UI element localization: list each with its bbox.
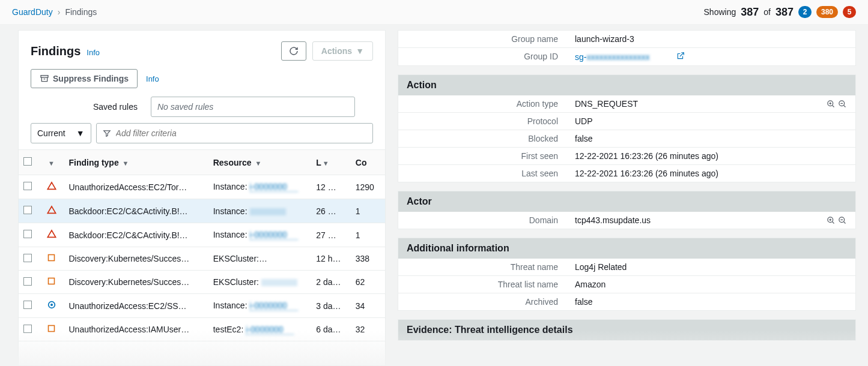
resource-link[interactable]: i-0000000 bbox=[261, 254, 309, 264]
col-resource[interactable]: Resource bbox=[213, 158, 252, 167]
table-row[interactable]: Discovery:Kubernetes/Succes…EKSCluster:2… bbox=[19, 271, 385, 294]
last-seen-label: Last seen bbox=[398, 165, 566, 182]
saved-rules-select[interactable]: No saved rules bbox=[151, 97, 355, 117]
evidence-section: Evidence: Threat intelligence details bbox=[398, 319, 856, 341]
zoom-in-icon[interactable] bbox=[827, 216, 836, 225]
time-range-select[interactable]: Current ▼ bbox=[31, 123, 91, 143]
count-cell: 1 bbox=[351, 223, 385, 247]
actions-label: Actions bbox=[321, 46, 352, 56]
zoom-out-icon[interactable] bbox=[838, 100, 847, 109]
showing-prefix: Showing bbox=[704, 7, 736, 17]
group-id-link[interactable]: sg-xxxxxxxxxxxxxxx bbox=[575, 52, 685, 62]
zoom-out-icon[interactable] bbox=[838, 216, 847, 225]
breadcrumb-current: Findings bbox=[65, 7, 97, 17]
row-checkbox[interactable] bbox=[23, 182, 32, 190]
evidence-header: Evidence: Threat intelligence details bbox=[398, 320, 855, 340]
group-name-label: Group name bbox=[398, 31, 566, 47]
table-row[interactable]: Backdoor:EC2/C&CActivity.B!…Instance:26 … bbox=[19, 199, 385, 223]
svg-rect-1 bbox=[48, 255, 54, 261]
suppress-info-link[interactable]: Info bbox=[146, 74, 159, 83]
action-type-value: DNS_REQUEST bbox=[575, 99, 638, 109]
threat-name-value: Log4j Related bbox=[575, 262, 627, 272]
refresh-button[interactable] bbox=[281, 41, 306, 61]
col-count[interactable]: Co bbox=[356, 158, 367, 167]
resource-cell: Instance: bbox=[208, 199, 312, 223]
table-row[interactable]: UnauthorizedAccess:EC2/SS…Instance:i-000… bbox=[19, 294, 385, 318]
row-checkbox[interactable] bbox=[23, 301, 32, 309]
severity-medium-icon bbox=[47, 253, 56, 262]
blocked-label: Blocked bbox=[398, 130, 566, 147]
actor-header: Actor bbox=[398, 191, 855, 212]
zoom-in-icon[interactable] bbox=[827, 100, 836, 109]
row-checkbox[interactable] bbox=[23, 206, 32, 214]
count-cell: 62 bbox=[351, 271, 385, 294]
zoom-controls[interactable] bbox=[827, 216, 847, 225]
filter-input[interactable] bbox=[116, 128, 366, 138]
table-row[interactable]: Discovery:Kubernetes/Succes…EKSCluster:i… bbox=[19, 247, 385, 271]
badge-medium-count[interactable]: 380 bbox=[816, 6, 838, 18]
filter-icon bbox=[103, 129, 111, 137]
breadcrumb: GuardDuty › Findings bbox=[12, 7, 97, 17]
severity-low-icon bbox=[47, 300, 56, 310]
count-cell: 1290 bbox=[351, 175, 385, 199]
refresh-icon bbox=[289, 46, 299, 56]
resource-link[interactable]: i-0000000 bbox=[250, 182, 298, 192]
archived-label: Archived bbox=[398, 293, 566, 310]
actions-button[interactable]: Actions ▼ bbox=[312, 41, 373, 61]
caret-down-icon: ▼ bbox=[356, 46, 364, 56]
action-section: Action Action type DNS_REQUEST ProtocolU… bbox=[398, 74, 856, 182]
svg-rect-2 bbox=[48, 278, 54, 284]
caret-down-icon: ▼ bbox=[255, 160, 261, 167]
first-seen-label: First seen bbox=[398, 148, 566, 164]
last-seen-cell: 26 … bbox=[311, 199, 350, 223]
row-checkbox[interactable] bbox=[23, 230, 32, 238]
table-row[interactable]: UnauthorizedAccess:IAMUser…testEc2:i-000… bbox=[19, 318, 385, 341]
row-checkbox[interactable] bbox=[23, 277, 32, 286]
count-cell: 34 bbox=[351, 294, 385, 318]
threat-list-label: Threat list name bbox=[398, 276, 566, 293]
saved-rules-placeholder: No saved rules bbox=[157, 102, 213, 112]
resource-link-hidden bbox=[261, 279, 297, 286]
last-seen-cell: 3 da… bbox=[311, 294, 350, 318]
resource-link[interactable]: i-0000000 bbox=[250, 230, 298, 240]
info-link[interactable]: Info bbox=[86, 48, 100, 57]
suppress-findings-button[interactable]: Suppress Findings bbox=[31, 69, 138, 88]
resource-link[interactable]: i-0000000 bbox=[250, 301, 298, 311]
caret-down-icon: ▼ bbox=[123, 160, 129, 167]
breadcrumb-root[interactable]: GuardDuty bbox=[12, 7, 53, 17]
last-seen-cell: 2 da… bbox=[311, 271, 350, 294]
table-row[interactable]: UnauthorizedAccess:EC2/Tor…Instance:i-00… bbox=[19, 175, 385, 199]
last-seen-value: 12-22-2021 16:23:26 (26 minutes ago) bbox=[575, 169, 718, 178]
col-last-seen[interactable]: L bbox=[316, 158, 321, 167]
table-row[interactable]: Backdoor:EC2/C&CActivity.B!…Instance:i-0… bbox=[19, 223, 385, 247]
finding-type-cell: UnauthorizedAccess:EC2/SS… bbox=[64, 294, 208, 318]
resource-cell: testEc2:i-0000000 bbox=[208, 318, 312, 341]
archived-value: false bbox=[575, 297, 593, 307]
zoom-controls[interactable] bbox=[827, 100, 847, 109]
last-seen-cell: 12 … bbox=[311, 175, 350, 199]
last-seen-cell: 27 … bbox=[311, 223, 350, 247]
row-checkbox[interactable] bbox=[23, 325, 32, 333]
topbar: GuardDuty › Findings Showing 387 of 387 … bbox=[0, 0, 868, 24]
col-finding-type[interactable]: Finding type bbox=[68, 158, 118, 167]
additional-info-section: Additional information Threat nameLog4j … bbox=[398, 238, 856, 311]
badge-high-count[interactable]: 5 bbox=[843, 6, 856, 18]
time-range-label: Current bbox=[37, 128, 65, 138]
svg-rect-0 bbox=[41, 76, 48, 77]
finding-type-cell: Discovery:Kubernetes/Succes… bbox=[64, 271, 208, 294]
badge-low-count[interactable]: 2 bbox=[798, 6, 812, 18]
resource-cell: Instance:i-0000000 bbox=[208, 175, 312, 199]
resource-cell: EKSCluster:i-0000000 bbox=[208, 247, 312, 271]
filter-input-wrap[interactable] bbox=[96, 123, 373, 143]
count-cell: 32 bbox=[351, 318, 385, 341]
detail-panel[interactable]: Group name launch-wizard-3 Group ID sg-x… bbox=[398, 30, 861, 366]
findings-table-wrap[interactable]: ▼ Finding type ▼ Resource ▼ L▼ Co Unauth… bbox=[19, 149, 385, 365]
severity-high-icon bbox=[47, 181, 56, 191]
finding-type-cell: UnauthorizedAccess:EC2/Tor… bbox=[64, 175, 208, 199]
protocol-value: UDP bbox=[575, 116, 593, 126]
action-header: Action bbox=[398, 75, 855, 95]
select-all-checkbox[interactable] bbox=[23, 157, 32, 166]
sort-severity[interactable]: ▼ bbox=[48, 160, 55, 167]
resource-link[interactable]: i-0000000 bbox=[246, 325, 294, 335]
row-checkbox[interactable] bbox=[23, 254, 32, 262]
